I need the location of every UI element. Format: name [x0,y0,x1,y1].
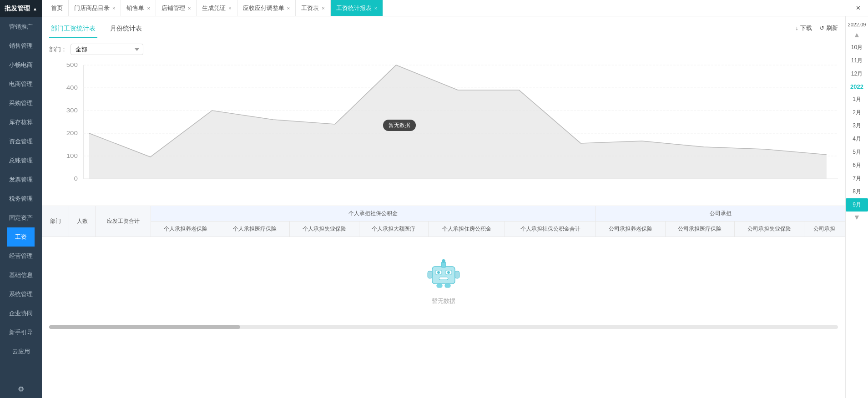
tab-6[interactable]: 工资表× [296,0,330,16]
tab-5[interactable]: 应收应付调整单× [237,0,296,16]
tab-bar: 首页门店商品目录×销售单×店铺管理×生成凭证×应收应付调整单×工资表×工资统计报… [42,0,868,16]
toolbar: 部门： 全部 [42,38,845,60]
sidebar: 批发管理 ▲ 营销推广销售管理小畅电商电商管理采购管理库存核算资金管理总账管理发… [0,0,42,398]
sidebar-item-基础信息[interactable]: 基础信息 [7,266,35,285]
close-all-icon[interactable]: ✕ [856,5,861,11]
sidebar-items: 营销推广销售管理小畅电商电商管理采购管理库存核算资金管理总账管理发票管理税务管理… [7,17,35,361]
month-oct[interactable]: 10月 [846,41,868,54]
svg-point-19 [442,259,445,263]
empty-state: 暂无数据 [42,237,845,323]
tab-1[interactable]: 门店商品目录× [69,0,121,16]
col-personal-unemployment: 个人承担失业保险 [289,222,359,237]
sidebar-item-总账管理[interactable]: 总账管理 [7,151,35,170]
sidebar-item-经营管理[interactable]: 经营管理 [7,247,35,266]
sidebar-item-小畅电商[interactable]: 小畅电商 [7,55,35,75]
sidebar-item-税务管理[interactable]: 税务管理 [7,189,35,208]
month-jun[interactable]: 6月 [846,159,868,172]
col-company-medical: 公司承担医疗保险 [665,222,735,237]
svg-marker-13 [89,65,827,179]
month-sep-active[interactable]: 9月 [846,198,868,212]
sidebar-item-营销推广[interactable]: 营销推广 [7,17,35,36]
col-dept: 部门 [42,206,69,237]
col-total-salary: 应发工资合计 [96,206,151,237]
sidebar-item-发票管理[interactable]: 发票管理 [7,170,35,189]
tab-close-5[interactable]: × [287,5,290,11]
download-button[interactable]: ↓ 下载 [796,24,812,32]
scroll-up-button[interactable]: ▲ [846,29,868,41]
tab-label-4: 生成凭证 [202,4,226,12]
col-personal-total: 个人承担社保公积金合计 [505,222,596,237]
sidebar-item-采购管理[interactable]: 采购管理 [7,94,35,113]
tab-label-7: 工资统计报表 [336,4,372,12]
month-jul[interactable]: 7月 [846,172,868,185]
tab-dept-salary[interactable]: 部门工资统计表 [49,22,97,38]
sidebar-title: 批发管理 [5,5,30,13]
tab-4[interactable]: 生成凭证× [197,0,237,16]
tab-close-6[interactable]: × [322,5,324,11]
month-mar[interactable]: 3月 [846,119,868,132]
month-feb[interactable]: 2月 [846,106,868,119]
sidebar-item-新手引导[interactable]: 新手引导 [7,323,35,342]
horizontal-scrollbar[interactable] [49,325,838,329]
tab-close-7[interactable]: × [374,5,377,11]
col-personal-major-medical: 个人承担大额医疗 [359,222,429,237]
tab-3[interactable]: 店铺管理× [156,0,197,16]
svg-text:0: 0 [74,176,78,181]
dept-label: 部门： [49,45,67,54]
refresh-button[interactable]: ↺ 刷新 [819,24,838,32]
scrollbar-thumb[interactable] [49,325,240,329]
sidebar-toggle-icon[interactable]: ▲ [33,6,37,11]
month-dec[interactable]: 12月 [846,67,868,81]
sidebar-item-库存核算[interactable]: 库存核算 [7,113,35,132]
tab-close-4[interactable]: × [228,5,231,11]
right-panel: 2022.09 ▲ 10月 11月 12月 2022 1月 2月 3月 4月 5… [845,16,868,398]
sidebar-item-云应用[interactable]: 云应用 [7,342,35,361]
tab-items: 首页门店商品目录×销售单×店铺管理×生成凭证×应收应付调整单×工资表×工资统计报… [45,0,383,16]
col-personal-medical: 个人承担医疗保险 [220,222,290,237]
svg-text:500: 500 [66,62,78,68]
chart-area: 0 100 200 300 400 500 暂无数 [42,60,845,206]
svg-rect-22 [437,284,442,287]
tab-close-1[interactable]: × [112,5,115,11]
table-area: 部门 人数 应发工资合计 个人承担社保公积金 公司承担 个人承担养老保险 个人承… [42,206,845,336]
tab-close-2[interactable]: × [147,5,150,11]
download-icon: ↓ [796,25,799,31]
scroll-down-button[interactable]: ▼ [846,212,868,223]
month-apr[interactable]: 4月 [846,132,868,146]
col-personal-insurance-group: 个人承担社保公积金 [151,206,595,222]
col-company-other: 公司承担 [804,222,845,237]
svg-rect-14 [432,267,455,284]
tab-2[interactable]: 销售单× [121,0,156,16]
sidebar-item-固定资产[interactable]: 固定资产 [7,208,35,227]
svg-point-25 [447,271,450,274]
toolbar-left: 部门： 全部 [49,44,143,55]
sidebar-item-企业协同[interactable]: 企业协同 [7,304,35,323]
sidebar-item-销售管理[interactable]: 销售管理 [7,36,35,55]
tab-0[interactable]: 首页 [45,0,69,16]
date-display: 2022.09 [846,20,868,29]
settings-button[interactable]: ⚙ [0,380,42,398]
col-company-insurance-group: 公司承担 [596,206,845,222]
month-jan[interactable]: 1月 [846,93,868,106]
sidebar-item-资金管理[interactable]: 资金管理 [7,132,35,151]
svg-rect-23 [445,284,450,287]
month-nov[interactable]: 11月 [846,54,868,67]
sidebar-item-工资[interactable]: 工资 [7,227,35,247]
refresh-icon: ↺ [819,25,824,31]
month-may[interactable]: 5月 [846,146,868,159]
sidebar-item-电商管理[interactable]: 电商管理 [7,75,35,94]
sidebar-header: 批发管理 ▲ [0,0,42,17]
dept-select[interactable]: 全部 [71,44,143,55]
tab-close-3[interactable]: × [188,5,191,11]
salary-chart: 0 100 200 300 400 500 [49,60,838,197]
col-company-pension: 公司承担养老保险 [596,222,666,237]
col-company-unemployment: 公司承担失业保险 [735,222,804,237]
tab-label-0: 首页 [51,4,63,12]
tab-month-stats[interactable]: 月份统计表 [108,22,144,38]
tab-bar-close[interactable]: ✕ [852,5,864,11]
tab-7[interactable]: 工资统计报表× [331,0,383,16]
month-aug[interactable]: 8月 [846,185,868,198]
svg-text:200: 200 [66,130,78,136]
sidebar-item-系统管理[interactable]: 系统管理 [7,285,35,304]
year-2022: 2022 [846,81,868,93]
